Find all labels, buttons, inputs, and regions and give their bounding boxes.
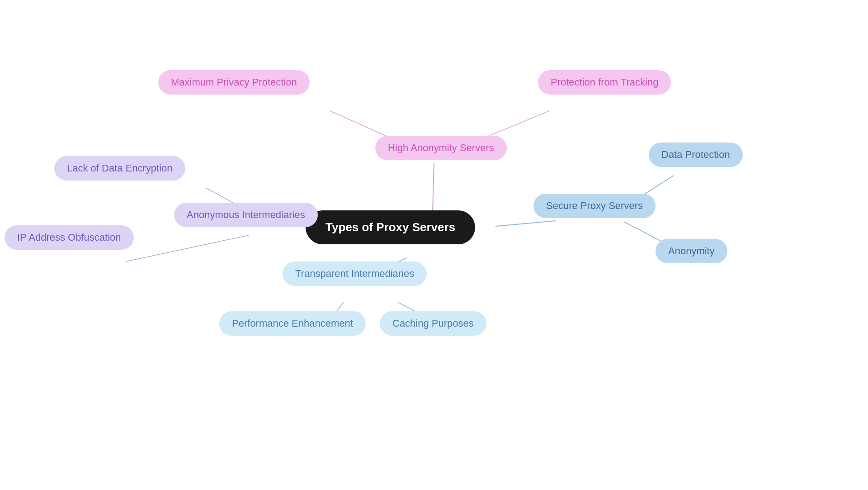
node-transparent-intermediaries: Transparent Intermediaries [283,262,427,286]
svg-line-7 [126,235,249,262]
svg-line-2 [495,221,556,226]
center-node: Types of Proxy Servers [306,210,475,244]
node-max-privacy: Maximum Privacy Protection [158,70,310,95]
node-anonymous-intermediaries: Anonymous Intermediaries [174,203,318,227]
node-protection-tracking: Protection from Tracking [538,70,671,95]
node-secure-proxy: Secure Proxy Servers [533,194,656,218]
node-performance-enhancement: Performance Enhancement [219,311,366,336]
node-caching-purposes: Caching Purposes [380,311,486,336]
node-data-protection: Data Protection [649,143,743,167]
node-high-anonymity: High Anonymity Servers [375,136,507,160]
node-anonymity: Anonymity [656,239,727,263]
node-lack-encryption: Lack of Data Encryption [54,156,185,181]
node-ip-obfuscation: IP Address Obfuscation [5,225,134,250]
